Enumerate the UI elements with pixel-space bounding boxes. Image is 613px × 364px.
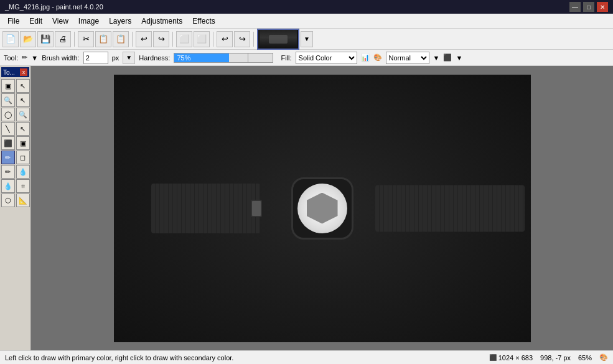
color-icon: 🎨 [373,54,382,62]
eraser-tool[interactable]: ◻ [16,151,30,164]
extra-icon: ⬛ [443,54,452,62]
window-controls: — □ ✕ [569,2,608,12]
hardness-rest [248,53,273,63]
move-tool[interactable]: ↖ [16,93,30,107]
hardness-bar[interactable]: 75% [174,53,273,63]
magic-wand-tool[interactable]: ⬛ [1,136,15,150]
brush-width-decrease[interactable]: ▼ [123,52,135,64]
blend-icon: 📊 [361,54,370,62]
menu-view[interactable]: View [47,14,73,28]
coords-unit: px [563,354,571,362]
tool-row-3: ◯ 🔍 [1,108,30,121]
brush-width-label: Brush width: [42,54,80,62]
clone-stamp-tool[interactable]: ▣ [16,136,30,150]
toolbar-separator-4 [213,32,213,47]
hardness-value: 75% [177,54,190,62]
brush-width-input[interactable] [83,52,108,64]
main-area: To... x ▣ ↖ 🔍 ↖ ◯ 🔍 ╲ ↖ ⬛ ▣ ✏ ◻ ✏ 💧 [0,66,613,350]
toolbox-title: To... x [1,67,29,77]
fill-dropdown[interactable]: Solid Color Linear Gradient Radial Gradi… [296,52,357,64]
deselect-button[interactable]: ⬜ [194,31,210,47]
maximize-button[interactable]: □ [583,2,594,12]
toolbar-separator-1 [74,32,75,47]
menu-file[interactable]: File [2,14,24,28]
text-tool[interactable]: ⬡ [1,194,15,207]
tool-row-7: ✏ 💧 [1,165,30,179]
blend-mode-dropdown[interactable]: Normal Multiply Screen [386,52,429,64]
status-bar: Left click to draw with primary color, r… [0,350,613,364]
status-hint: Left click to draw with primary color, r… [5,354,489,362]
paste-button[interactable]: 📋 [113,31,129,47]
new-file-button[interactable]: 📄 [2,31,19,47]
title-bar: _MG_4216.jpg - paint.net 4.0.20 — □ ✕ [0,0,613,14]
dimension-icon: ⬛ [489,354,497,361]
watch-logo [307,193,338,224]
menu-adjustments[interactable]: Adjustments [136,14,187,28]
app-title: _MG_4216.jpg - paint.net 4.0.20 [5,3,103,11]
crop-button[interactable]: ↩ [217,31,233,47]
hardness-track[interactable]: 75% [174,53,248,63]
color-picker-tool[interactable]: ⌗ [16,179,30,193]
menu-bar: File Edit View Image Layers Adjustments … [0,14,613,29]
close-button[interactable]: ✕ [597,2,608,12]
zoom-value: 65% [578,354,592,362]
watch-strap-right [375,185,525,231]
zoom-out-tool[interactable]: 🔍 [16,108,30,121]
status-right: ⬛ 1024 × 683 998, -7 px 65% 🎨 [489,353,608,362]
tool-row-2: 🔍 ↖ [1,93,30,107]
tool-row-1: ▣ ↖ [1,79,30,93]
canvas-area[interactable] [31,66,613,350]
toolbox-close-button[interactable]: x [20,68,27,76]
undo-button[interactable]: ↩ [136,31,152,47]
menu-edit[interactable]: Edit [24,14,47,28]
toolbar-separator-3 [172,32,173,47]
color-swatch[interactable]: 🎨 [599,353,608,362]
lasso-tool[interactable]: ╲ [1,122,15,136]
blend-arrow: ▼ [433,54,440,62]
paint-bucket-tool[interactable]: 💧 [1,179,15,193]
copy-button[interactable]: 📋 [95,31,111,47]
watch-face [297,184,347,233]
toolbar-separator-2 [132,32,133,47]
watch-body [291,177,353,240]
canvas-image [114,75,531,342]
minimize-button[interactable]: — [569,2,581,12]
tool-row-4: ╲ ↖ [1,122,30,136]
move-selection-tool[interactable]: ↖ [16,79,30,93]
menu-image[interactable]: Image [73,14,104,28]
tool-label: Tool: [4,54,18,62]
tool-arrow-icon: ▼ [31,54,38,62]
zoom-tool[interactable]: 🔍 [1,93,15,107]
tool-row-9: ⬡ 📐 [1,194,30,207]
brush-width-unit: px [112,54,119,62]
fill-label: Fill: [281,54,291,62]
thumbnail-dropdown[interactable]: ▼ [301,31,313,47]
cut-button[interactable]: ✂ [78,31,94,47]
watch-buckle [251,200,262,217]
toolbox: To... x ▣ ↖ 🔍 ↖ ◯ 🔍 ╲ ↖ ⬛ ▣ ✏ ◻ ✏ 💧 [0,66,31,350]
smudge-tool[interactable]: 💧 [16,165,30,179]
print-button[interactable]: 🖨 [55,31,71,47]
brush-tool[interactable]: ✏ [1,165,15,179]
ellipse-select-tool[interactable]: ◯ [1,108,15,121]
coords-value: 998, -7 [540,354,561,362]
tool-row-6: ✏ ◻ [1,151,30,164]
canvas-container [114,75,531,342]
menu-layers[interactable]: Layers [104,14,136,28]
resize-button[interactable]: ↪ [234,31,250,47]
extra-arrow: ▼ [456,54,462,62]
watch-strap-left [151,184,260,233]
image-dimensions: ⬛ 1024 × 683 [489,354,533,362]
save-button[interactable]: 💾 [37,31,54,47]
cursor-coords: 998, -7 px [540,354,571,362]
pencil-tool[interactable]: ✏ [1,151,15,164]
open-file-button[interactable]: 📂 [20,31,36,47]
rectangle-select-tool[interactable]: ▣ [1,79,15,93]
image-thumbnail [257,29,299,50]
select-all-button[interactable]: ⬜ [176,31,192,47]
redo-button[interactable]: ↪ [153,31,169,47]
current-tool-icon: ✏ [22,54,27,62]
menu-effects[interactable]: Effects [187,14,220,28]
recolor-tool[interactable]: ↖ [16,122,30,136]
shapes-tool[interactable]: 📐 [16,194,30,207]
